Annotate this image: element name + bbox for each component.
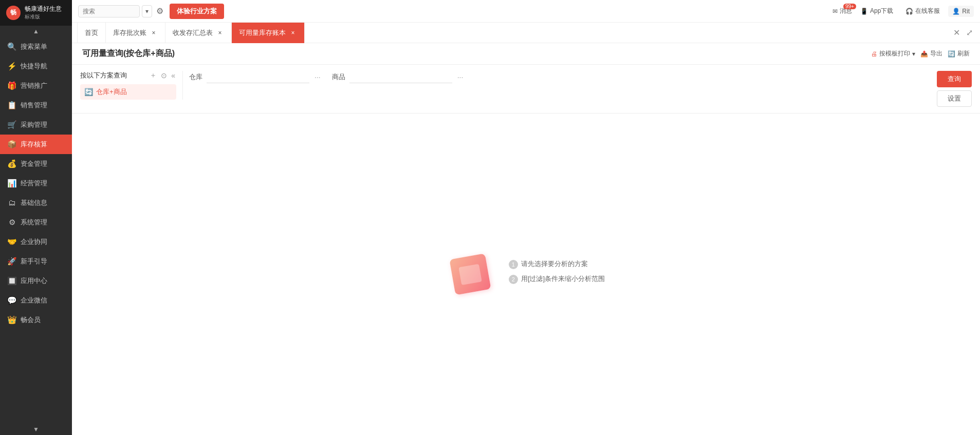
hint2-num: 2 [509, 275, 518, 284]
header-dropdown-btn[interactable]: ▾ [142, 5, 152, 17]
page-titlebar: 可用量查询(按仓库+商品) 🖨 按模板打印 ▾ 📤 导出 🔄 刷新 [72, 43, 980, 65]
search-icon: 🔍 [7, 42, 16, 51]
settings-button[interactable]: 设置 [937, 90, 972, 107]
tab-summary-close-btn[interactable]: × [216, 29, 224, 37]
sidebar-item-label: 销售管理 [21, 101, 47, 110]
warehouse-more-btn[interactable]: ··· [313, 73, 322, 81]
scheme-item-icon: 🔄 [84, 88, 93, 96]
print-btn[interactable]: 🖨 按模板打印 ▾ [871, 49, 915, 58]
header-app-btn[interactable]: 📱 App下载 [856, 7, 897, 15]
add-scheme-btn[interactable]: ＋ [149, 71, 158, 80]
export-btn[interactable]: 📤 导出 [920, 49, 942, 58]
sidebar-item-inventory[interactable]: 📦 库存核算 [0, 135, 72, 154]
sidebar-item-system[interactable]: ⚙ 系统管理 [0, 213, 72, 232]
edit-scheme-btn[interactable]: ⊙ [160, 71, 168, 80]
main-area: ▾ ⚙ 体验行业方案 ✉ 消息 99+ 📱 App下载 🎧 在线客服 👤 Rit… [72, 0, 980, 435]
sidebar-brand: 畅康通好生意 标准版 [25, 5, 62, 21]
tab-batch-label: 库存批次账 [113, 28, 146, 37]
empty-hint-2: 2 用[过滤]条件来缩小分析范围 [509, 274, 605, 284]
tab-batch-close-btn[interactable]: × [150, 29, 158, 37]
tab-available-label: 可用量库存账本 [239, 28, 286, 37]
sidebar-item-label: 新手引导 [21, 257, 47, 266]
header-user-btn[interactable]: 👤 Rit [948, 6, 974, 17]
sidebar-item-basic[interactable]: 🗂 基础信息 [0, 193, 72, 213]
sidebar-item-apps[interactable]: 🔲 应用中心 [0, 271, 72, 291]
search-button[interactable]: 查询 [937, 71, 972, 87]
warehouse-field-input[interactable] [207, 71, 309, 83]
scheme-item-label: 仓库+商品 [96, 87, 127, 97]
sidebar-item-purchase[interactable]: 🛒 采购管理 [0, 115, 72, 135]
tab-home[interactable]: 首页 [77, 23, 106, 43]
tab-summary-label: 收发存汇总表 [173, 28, 213, 37]
scheme-actions: ＋ ⊙ « [149, 71, 176, 80]
user-label: Rit [962, 8, 970, 15]
sales-icon: 📋 [7, 101, 16, 110]
query-scheme-label: 按以下方案查询 [80, 71, 127, 80]
apps-icon: 🔲 [7, 276, 16, 286]
user-avatar: 👤 [952, 8, 960, 15]
tab-expand-btn[interactable]: ⤢ [963, 26, 976, 40]
tab-window-buttons: ✕ ⤢ [946, 26, 980, 40]
sidebar-item-label: 畅会员 [21, 315, 41, 325]
sidebar-item-label: 经营管理 [21, 179, 47, 188]
header-settings-btn[interactable]: ⚙ [154, 4, 165, 18]
sidebar-scroll-up-btn[interactable]: ▲ [0, 26, 72, 37]
header-msg-btn[interactable]: ✉ 消息 99+ [833, 7, 852, 15]
sidebar-item-collab[interactable]: 🤝 企业协同 [0, 232, 72, 252]
tab-batch[interactable]: 库存批次账 × [106, 23, 165, 43]
tab-available-close-btn[interactable]: × [289, 29, 297, 37]
print-dropdown-icon: ▾ [912, 50, 915, 58]
finance-icon: 💰 [7, 159, 16, 168]
empty-box-icon [449, 253, 491, 295]
tab-summary[interactable]: 收发存汇总表 × [165, 23, 232, 43]
empty-hints: 1 请先选择要分析的方案 2 用[过滤]条件来缩小分析范围 [509, 259, 605, 289]
sidebar: 畅 畅康通好生意 标准版 ▲ 🔍 搜索菜单 ⚡ 快捷导航 🎁 营销推广 📋 销售… [0, 0, 72, 435]
query-panel: 按以下方案查询 ＋ ⊙ « 🔄 仓库+商品 仓库 ··· [72, 65, 980, 114]
tab-available[interactable]: 可用量库存账本 × [232, 23, 305, 43]
sidebar-item-label: 应用中心 [21, 276, 47, 286]
marketing-icon: 🎁 [7, 81, 16, 90]
sidebar-item-operation[interactable]: 📊 经营管理 [0, 174, 72, 193]
sidebar-subtitle: 标准版 [25, 13, 62, 21]
sidebar-item-member[interactable]: 👑 畅会员 [0, 310, 72, 330]
empty-hint-1: 1 请先选择要分析的方案 [509, 259, 605, 269]
sidebar-item-wechat[interactable]: 💬 企业微信 [0, 291, 72, 310]
goods-more-btn[interactable]: ··· [456, 73, 465, 81]
hint1-text: 请先选择要分析的方案 [521, 259, 588, 269]
top-header: ▾ ⚙ 体验行业方案 ✉ 消息 99+ 📱 App下载 🎧 在线客服 👤 Rit [72, 0, 980, 23]
phone-icon: 📱 [860, 8, 868, 15]
operation-icon: 📊 [7, 179, 16, 188]
sidebar-scroll-down-btn[interactable]: ▼ [0, 424, 72, 435]
sidebar-item-marketing[interactable]: 🎁 营销推广 [0, 76, 72, 96]
header-search-input[interactable] [78, 5, 140, 17]
print-icon: 🖨 [871, 50, 877, 58]
trial-btn[interactable]: 体验行业方案 [170, 4, 224, 19]
sidebar-item-newbie[interactable]: 🚀 新手引导 [0, 252, 72, 271]
header-support-btn[interactable]: 🎧 在线客服 [901, 7, 944, 15]
sidebar-logo-icon: 畅 [6, 6, 21, 20]
sidebar-item-shortcut[interactable]: ⚡ 快捷导航 [0, 56, 72, 76]
collapse-scheme-btn[interactable]: « [170, 71, 176, 80]
content-area: 可用量查询(按仓库+商品) 🖨 按模板打印 ▾ 📤 导出 🔄 刷新 [72, 43, 980, 435]
query-fields: 仓库 ··· 商品 ··· [189, 71, 931, 83]
titlebar-actions: 🖨 按模板打印 ▾ 📤 导出 🔄 刷新 [871, 49, 970, 58]
refresh-label: 刷新 [957, 49, 970, 58]
msg-badge: 99+ [843, 4, 856, 9]
sidebar-item-finance[interactable]: 💰 资金管理 [0, 154, 72, 174]
tab-close-window-btn[interactable]: ✕ [950, 26, 963, 40]
query-schemes: 按以下方案查询 ＋ ⊙ « 🔄 仓库+商品 [80, 71, 183, 100]
empty-state: 1 请先选择要分析的方案 2 用[过滤]条件来缩小分析范围 [72, 114, 980, 435]
header-search-group: ▾ ⚙ [78, 4, 165, 18]
inventory-icon: 📦 [7, 140, 16, 149]
empty-illustration [447, 251, 493, 297]
refresh-btn[interactable]: 🔄 刷新 [948, 49, 970, 58]
sidebar-item-search[interactable]: 🔍 搜索菜单 [0, 37, 72, 56]
scheme-item-warehouse-goods[interactable]: 🔄 仓库+商品 [80, 84, 176, 100]
tab-bar: 首页 库存批次账 × 收发存汇总表 × 可用量库存账本 × ✕ ⤢ [72, 23, 980, 43]
purchase-icon: 🛒 [7, 120, 16, 129]
goods-field-input[interactable] [349, 71, 452, 83]
sidebar-item-sales[interactable]: 📋 销售管理 [0, 96, 72, 115]
sidebar-nav: 🔍 搜索菜单 ⚡ 快捷导航 🎁 营销推广 📋 销售管理 🛒 采购管理 📦 库存核… [0, 37, 72, 424]
refresh-icon: 🔄 [948, 50, 955, 58]
query-field-goods: 商品 ··· [332, 71, 465, 83]
